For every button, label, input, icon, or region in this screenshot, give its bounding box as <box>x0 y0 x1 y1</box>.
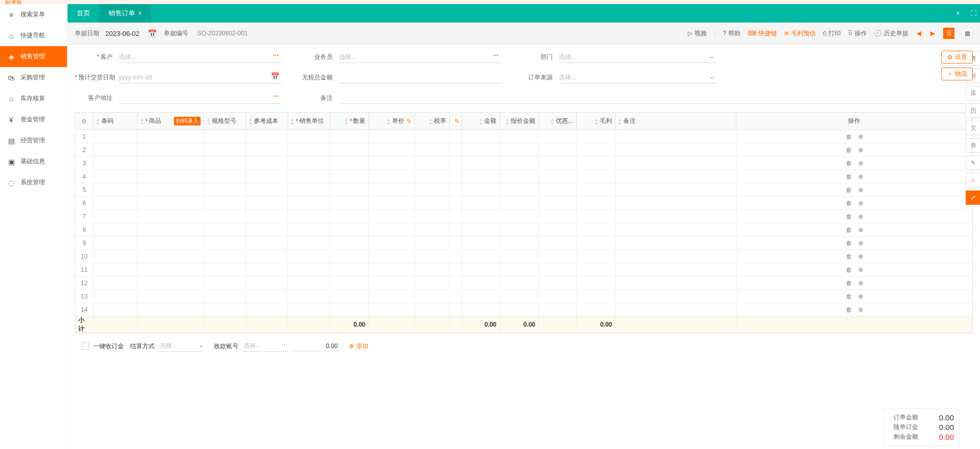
copy-icon[interactable]: ⊕ <box>858 146 863 154</box>
copy-icon[interactable]: ⊕ <box>858 213 863 220</box>
ellipsis-icon[interactable]: ⋯ <box>493 52 499 59</box>
view-grid-button[interactable]: ▦ <box>962 28 973 39</box>
rail-coupon[interactable]: 券 <box>966 138 980 153</box>
settle-select[interactable]: 选择...⌄ <box>159 340 205 352</box>
chevron-down-icon[interactable]: ⌄ <box>709 73 714 80</box>
arrow-left-icon[interactable]: ◀ <box>916 30 922 37</box>
copy-icon[interactable]: ⊕ <box>858 253 863 260</box>
sales-input[interactable] <box>339 53 487 60</box>
delete-icon[interactable]: 🗑 <box>846 160 852 167</box>
table-row[interactable]: 8🗑⊕ <box>75 223 972 237</box>
row-ops[interactable]: 🗑⊕ <box>736 170 972 183</box>
col-tax-edit[interactable]: ✎ <box>450 113 462 130</box>
deliver-input[interactable] <box>119 74 267 81</box>
delete-icon[interactable]: 🗑 <box>846 226 852 233</box>
tabs-close-all[interactable]: × <box>949 4 967 23</box>
toolbar-print[interactable]: ⎙打印 <box>823 29 841 38</box>
delete-icon[interactable]: 🗑 <box>846 186 852 194</box>
sidebar-item-sales[interactable]: ◈销售管理 <box>0 46 67 67</box>
delete-icon[interactable]: 🗑 <box>846 200 852 207</box>
row-ops[interactable]: 🗑⊕ <box>736 143 972 156</box>
doc-date-value[interactable]: 2023-06-02 <box>105 30 140 37</box>
tabs-expand[interactable]: ⛶ <box>967 4 980 23</box>
col-unit[interactable]: ▴▾*销售单位 <box>288 113 330 130</box>
copy-icon[interactable]: ⊕ <box>858 266 863 273</box>
row-ops[interactable]: 🗑⊕ <box>736 303 972 316</box>
notax-input[interactable] <box>339 74 487 81</box>
sidebar-item-business[interactable]: ▤经营管理 <box>0 130 67 151</box>
table-row[interactable]: 12🗑⊕ <box>75 276 972 290</box>
delete-icon[interactable]: 🗑 <box>846 133 852 140</box>
arrow-right-icon[interactable]: ▶ <box>929 30 936 37</box>
row-ops[interactable]: 🗑⊕ <box>736 250 972 263</box>
sidebar-item-quicknav[interactable]: ⌂快捷导航 <box>0 25 67 46</box>
rail-debt[interactable]: 欠 <box>966 121 980 135</box>
toolbar-gross[interactable]: ≋毛利预估 <box>784 29 816 38</box>
copy-icon[interactable]: ⊕ <box>858 240 863 247</box>
table-row[interactable]: 6🗑⊕ <box>75 197 972 210</box>
delete-icon[interactable]: 🗑 <box>846 240 852 247</box>
view-form-button[interactable]: ☰ <box>943 28 954 39</box>
col-discount[interactable]: ▴▾优惠... <box>539 113 577 130</box>
col-tax[interactable]: ▴▾税率 <box>415 113 450 130</box>
table-row[interactable]: 2🗑⊕ <box>75 143 972 157</box>
delete-icon[interactable]: 🗑 <box>846 280 852 287</box>
calendar-icon[interactable]: 📅 <box>145 29 160 37</box>
table-row[interactable]: 11🗑⊕ <box>75 263 972 276</box>
col-gross[interactable]: ▴▾毛利 <box>577 113 616 130</box>
table-row[interactable]: 3🗑⊕ <box>75 157 972 170</box>
rail-edit[interactable]: ✎ <box>966 156 980 170</box>
sidebar-item-inventory[interactable]: ⌂库存核算 <box>0 88 67 109</box>
rail-star[interactable]: ☆ <box>966 173 980 187</box>
delete-icon[interactable]: 🗑 <box>846 266 852 273</box>
row-ops[interactable]: 🗑⊕ <box>736 263 972 276</box>
add-button[interactable]: ⊕添加 <box>349 342 368 351</box>
col-spec[interactable]: ▴▾规格型号 <box>204 113 246 130</box>
table-row[interactable]: 10🗑⊕ <box>75 250 972 263</box>
row-ops[interactable]: 🗑⊕ <box>736 290 972 303</box>
tab-salesorder[interactable]: 销售订单× <box>99 4 151 23</box>
toolbar-video[interactable]: ▷视频 <box>688 29 707 38</box>
addr-input[interactable] <box>119 94 267 101</box>
sidebar-item-system[interactable]: ◌系统管理 <box>0 172 67 193</box>
row-ops[interactable]: 🗑⊕ <box>736 157 972 169</box>
table-row[interactable]: 13🗑⊕ <box>75 290 972 303</box>
copy-icon[interactable]: ⊕ <box>858 306 863 313</box>
customer-input[interactable] <box>119 53 267 60</box>
row-ops[interactable]: 🗑⊕ <box>736 197 972 209</box>
sidebar-item-finance[interactable]: ¥资金管理 <box>0 109 67 130</box>
toolbar-operate[interactable]: ⠿操作 <box>848 29 867 38</box>
table-row[interactable]: 7🗑⊕ <box>75 210 972 223</box>
table-row[interactable]: 5🗑⊕ <box>75 183 972 197</box>
rail-expand[interactable]: ⤢ <box>966 190 980 205</box>
col-product[interactable]: ▴▾*商品扫码录入 <box>138 113 204 130</box>
ellipsis-icon[interactable]: ⋯ <box>273 52 279 59</box>
logistics-button[interactable]: ＋物流 <box>941 68 973 80</box>
col-price[interactable]: ▴▾单价✎ <box>369 113 415 130</box>
col-quote[interactable]: ▴▾报价金额 <box>500 113 539 130</box>
col-amount[interactable]: ▴▾金额 <box>462 113 500 130</box>
dept-input[interactable] <box>559 53 702 60</box>
row-ops[interactable]: 🗑⊕ <box>736 237 972 249</box>
row-ops[interactable]: 🗑⊕ <box>736 276 972 289</box>
copy-icon[interactable]: ⊕ <box>858 186 863 194</box>
col-note[interactable]: ▴▾备注 <box>616 113 736 130</box>
row-ops[interactable]: 🗑⊕ <box>736 223 972 236</box>
delete-icon[interactable]: 🗑 <box>846 253 852 260</box>
delete-icon[interactable]: 🗑 <box>846 213 852 220</box>
ellipsis-icon[interactable]: ⋯ <box>273 93 279 100</box>
chevron-down-icon[interactable]: ⌄ <box>709 53 714 60</box>
source-input[interactable] <box>559 74 702 81</box>
delete-icon[interactable]: 🗑 <box>846 146 852 154</box>
copy-icon[interactable]: ⊕ <box>858 200 863 207</box>
edit-icon[interactable]: ✎ <box>406 118 411 125</box>
copy-icon[interactable]: ⊕ <box>858 226 863 233</box>
copy-icon[interactable]: ⊕ <box>858 173 863 180</box>
row-ops[interactable]: 🗑⊕ <box>736 130 972 143</box>
bottom-amount[interactable]: 0.00 <box>293 341 339 351</box>
calendar-icon[interactable]: 📅 <box>271 72 279 80</box>
col-qty[interactable]: ▴▾*数量 <box>330 113 369 130</box>
rail-history[interactable]: 历 <box>966 103 980 118</box>
table-row[interactable]: 1🗑⊕ <box>75 130 972 143</box>
remark-input[interactable] <box>339 94 959 101</box>
